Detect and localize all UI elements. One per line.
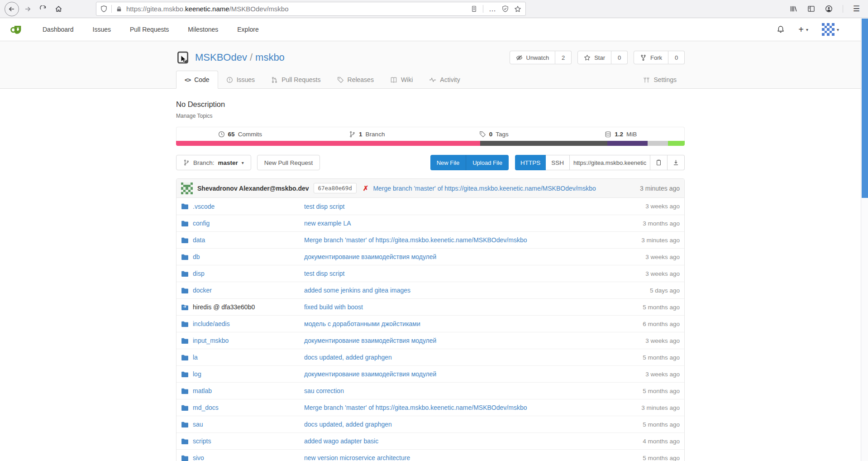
watchers-count[interactable]: 2 (555, 51, 572, 64)
file-name-cell: scripts (181, 437, 304, 445)
commits-stat[interactable]: 65 Commits (176, 131, 304, 138)
file-commit-time: 6 months ago (621, 321, 680, 327)
file-commit-message-link[interactable]: модель с доработанными джойстиками (304, 320, 621, 327)
upload-file-button[interactable]: Upload File (466, 155, 509, 170)
ssh-toggle[interactable]: SSH (546, 155, 570, 170)
scrollbar-thumb[interactable] (862, 19, 868, 198)
fork-button[interactable]: Fork (634, 51, 668, 64)
tab-releases[interactable]: Releases (329, 71, 382, 89)
file-commit-time: 5 months ago (621, 455, 680, 461)
file-name-cell: .vscode (181, 203, 304, 210)
file-name-link[interactable]: config (193, 220, 210, 227)
browser-forward-button[interactable] (21, 2, 34, 16)
scrollbar-track[interactable] (861, 19, 868, 461)
tab-wiki[interactable]: Wiki (382, 71, 421, 89)
notifications-bell-icon[interactable] (777, 25, 785, 34)
user-menu-dropdown[interactable]: ▾ (822, 23, 839, 36)
browser-refresh-button[interactable] (36, 2, 50, 16)
star-icon (584, 54, 591, 61)
tab-activity[interactable]: Activity (421, 71, 468, 89)
latest-commit-message-link[interactable]: Merge branch 'master' of https://gitea.m… (373, 185, 635, 192)
file-name-link[interactable]: log (193, 370, 201, 378)
file-name-link[interactable]: include/aedis (193, 320, 230, 327)
tab-issues[interactable]: Issues (218, 71, 263, 89)
library-icon[interactable] (790, 5, 797, 13)
browser-toolbar: https://gitea.mskbo.keenetic.name/MSKBOd… (0, 0, 868, 18)
new-pull-request-button[interactable]: New Pull Request (257, 155, 320, 170)
nav-milestones[interactable]: Milestones (188, 26, 218, 33)
reader-mode-icon[interactable] (471, 5, 477, 12)
file-name-link[interactable]: db (193, 253, 200, 260)
file-name-link[interactable]: md_docs (193, 404, 219, 411)
https-toggle[interactable]: HTTPS (515, 155, 546, 170)
star-button[interactable]: Star (577, 51, 611, 64)
nav-issues[interactable]: Issues (93, 26, 111, 33)
file-commit-message-link[interactable]: added some jenkins and gitea images (304, 287, 621, 294)
gitea-logo[interactable] (10, 23, 24, 36)
clone-url-input[interactable] (570, 155, 650, 170)
file-commit-message-link[interactable]: fixed build with boost (304, 303, 621, 311)
nav-pull-requests[interactable]: Pull Requests (130, 26, 169, 33)
url-text: https://gitea.mskbo.keenetic.name/MSKBOd… (126, 5, 467, 13)
file-commit-message-link[interactable]: new version microservice architecture (304, 454, 621, 461)
shield-check-icon[interactable] (502, 5, 509, 12)
file-commit-message-link[interactable]: sau correction (304, 387, 621, 394)
file-commit-message-link[interactable]: Merge branch 'master' of https://gitea.m… (304, 236, 621, 244)
browser-home-button[interactable] (52, 2, 65, 16)
tags-stat[interactable]: 0 Tags (430, 131, 558, 138)
ci-failure-icon[interactable]: ✗ (363, 184, 369, 192)
page-actions-icon[interactable]: … (489, 5, 496, 13)
lock-icon[interactable] (116, 6, 122, 12)
menu-hamburger-icon[interactable]: ☰ (853, 4, 860, 14)
tab-pull-requests[interactable]: Pull Requests (263, 71, 329, 89)
download-button[interactable] (668, 155, 685, 170)
bookmark-star-icon[interactable] (514, 5, 521, 13)
file-commit-message-link[interactable]: added wago adapter basic (304, 437, 621, 445)
new-file-button[interactable]: New File (430, 155, 466, 170)
create-new-dropdown[interactable]: + ▾ (798, 25, 808, 34)
repo-owner-link[interactable]: MSKBOdev (195, 52, 247, 63)
sidebar-toggle-icon[interactable] (807, 5, 815, 13)
size-stat[interactable]: 1.2 MiB (558, 131, 685, 138)
file-name-link[interactable]: docker (193, 287, 212, 294)
file-name-link[interactable]: matlab (193, 387, 212, 394)
file-commit-message-link[interactable]: new example LA (304, 220, 621, 227)
branch-name: master (218, 159, 238, 166)
file-commit-message-link[interactable]: test disp script (304, 203, 621, 210)
repo-icon (176, 51, 190, 64)
stars-count[interactable]: 0 (611, 51, 628, 64)
file-name-link[interactable]: sivo (193, 454, 204, 461)
tab-code[interactable]: <> Code (176, 71, 218, 89)
file-commit-message-link[interactable]: документирование взаимодействия модулей (304, 337, 621, 344)
nav-explore[interactable]: Explore (237, 26, 258, 33)
account-icon[interactable] (825, 5, 833, 13)
file-commit-message-link[interactable]: docs updated, added graphgen (304, 354, 621, 361)
manage-topics-link[interactable]: Manage Topics (176, 113, 213, 119)
branches-stat[interactable]: 1 Branch (304, 131, 431, 138)
nav-dashboard[interactable]: Dashboard (43, 26, 74, 33)
file-name-link[interactable]: disp (193, 270, 205, 277)
file-name-link[interactable]: sau (193, 421, 203, 428)
url-bar[interactable]: https://gitea.mskbo.keenetic.name/MSKBOd… (96, 2, 526, 16)
file-name-link[interactable]: la (193, 354, 198, 361)
file-name-link[interactable]: scripts (193, 437, 211, 445)
file-commit-message-link[interactable]: Merge branch 'master' of https://gitea.m… (304, 404, 621, 411)
file-name-link[interactable]: data (193, 236, 205, 244)
file-commit-message-link[interactable]: документирование взаимодействия модулей (304, 253, 621, 260)
commit-sha-link[interactable]: 67ea80e69d (314, 183, 357, 193)
file-commit-message-link[interactable]: docs updated, added graphgen (304, 421, 621, 428)
branch-dropdown[interactable]: Branch: master ▾ (176, 155, 251, 170)
file-name-link[interactable]: .vscode (193, 203, 215, 210)
browser-back-button[interactable] (5, 2, 19, 16)
file-name-link[interactable]: input_mskbo (193, 337, 229, 344)
unwatch-button[interactable]: Unwatch (510, 51, 556, 64)
tags-label: Tags (496, 131, 509, 138)
tracking-protection-shield-icon[interactable] (100, 5, 107, 12)
copy-clone-url-button[interactable] (650, 155, 668, 170)
repo-name-link[interactable]: mskbo (255, 52, 285, 63)
forks-count[interactable]: 0 (668, 51, 685, 64)
tab-settings[interactable]: Settings (635, 71, 685, 89)
file-commit-message-link[interactable]: test disp script (304, 270, 621, 277)
file-commit-message-link[interactable]: документирование взаимодействия модулей (304, 370, 621, 378)
book-icon (390, 77, 397, 83)
